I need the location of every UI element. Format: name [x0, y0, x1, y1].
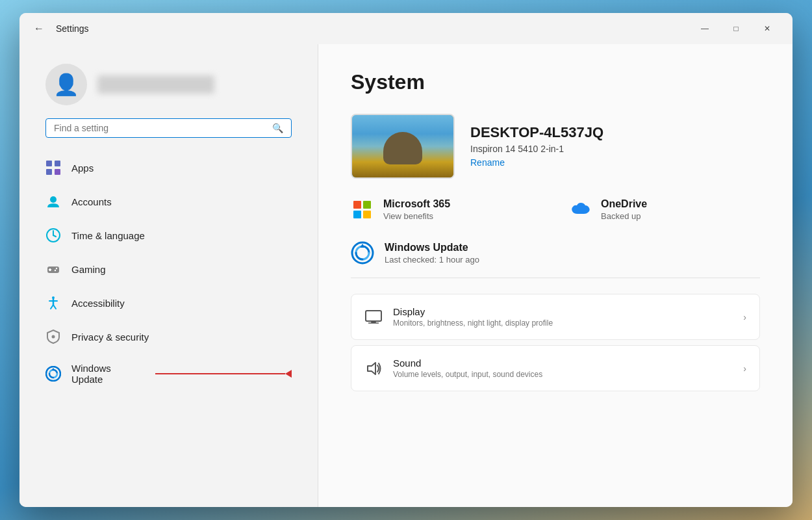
sound-chevron: ›: [743, 363, 746, 374]
svg-point-18: [52, 335, 55, 339]
sound-title: Sound: [393, 358, 733, 369]
sidebar-item-gaming[interactable]: Gaming: [19, 252, 318, 286]
setting-sound[interactable]: Sound Volume levels, output, input, soun…: [351, 345, 760, 391]
device-card: DESKTOP-4L537JQ Inspiron 14 5410 2-in-1 …: [351, 114, 760, 179]
windows-update-icon: [45, 366, 61, 382]
search-box[interactable]: 🔍: [45, 118, 292, 138]
display-chevron: ›: [743, 312, 746, 322]
onedrive-subtitle: Backed up: [601, 211, 647, 221]
minimize-button[interactable]: —: [690, 18, 720, 39]
nav-items: Apps Accounts: [19, 151, 318, 507]
microsoft365-text: Microsoft 365 View benefits: [383, 198, 450, 221]
accessibility-icon: [45, 295, 61, 311]
svg-marker-20: [51, 368, 55, 370]
windows-update-row: Windows Update Last checked: 1 hour ago: [351, 241, 760, 278]
device-image: [351, 114, 455, 179]
ms365-blue-sq: [353, 211, 361, 218]
gaming-icon: [45, 261, 61, 277]
rename-link[interactable]: Rename: [470, 157, 505, 168]
onedrive-title: OneDrive: [601, 198, 647, 210]
svg-point-11: [56, 268, 57, 269]
onedrive-icon: [568, 198, 592, 222]
svg-marker-26: [368, 363, 375, 374]
avatar: 👤: [45, 64, 87, 105]
device-info: DESKTOP-4L537JQ Inspiron 14 5410 2-in-1 …: [470, 124, 603, 168]
time-language-label: Time & language: [71, 230, 145, 241]
display-text: Display Monitors, brightness, night ligh…: [393, 306, 733, 328]
microsoft365-icon: [351, 198, 374, 222]
service-onedrive: OneDrive Backed up: [568, 198, 760, 222]
display-icon: [364, 308, 383, 326]
settings-window: ← Settings — □ ✕ 👤 🔍: [19, 13, 793, 507]
search-icon: 🔍: [272, 123, 283, 133]
user-icon: 👤: [53, 72, 79, 97]
svg-line-17: [53, 305, 56, 309]
svg-point-4: [50, 196, 57, 203]
sidebar: 👤 🔍: [19, 44, 318, 507]
windows-update-text: Windows Update Last checked: 1 hour ago: [385, 242, 479, 265]
onedrive-text: OneDrive Backed up: [601, 198, 647, 221]
sidebar-item-time-language[interactable]: Time & language: [19, 218, 318, 252]
right-panel: System DESKTOP-4L537JQ Inspiron 14 5410 …: [318, 44, 793, 507]
windows-update-label: Windows Update: [71, 363, 140, 385]
display-subtitle: Monitors, brightness, night light, displ…: [393, 318, 733, 328]
services-row: Microsoft 365 View benefits OneDrive Bac…: [351, 198, 760, 222]
page-title: System: [351, 70, 760, 94]
back-button[interactable]: ←: [30, 20, 48, 38]
microsoft365-title: Microsoft 365: [383, 198, 450, 210]
window-controls: — □ ✕: [690, 18, 782, 39]
apps-label: Apps: [71, 162, 94, 174]
accessibility-label: Accessibility: [71, 298, 125, 309]
display-title: Display: [393, 306, 733, 317]
sound-icon: [364, 359, 383, 378]
close-button[interactable]: ✕: [752, 18, 782, 39]
windows-update-title: Windows Update: [385, 242, 479, 254]
sidebar-item-windows-update[interactable]: Windows Update: [19, 354, 318, 394]
maximize-button[interactable]: □: [721, 18, 751, 39]
svg-line-7: [53, 235, 56, 237]
svg-point-12: [55, 270, 56, 271]
sidebar-item-privacy-security[interactable]: Privacy & security: [19, 320, 318, 354]
svg-rect-10: [49, 269, 51, 270]
title-bar: ← Settings — □ ✕: [19, 13, 793, 44]
svg-rect-1: [55, 161, 60, 166]
gaming-label: Gaming: [71, 264, 106, 275]
device-model: Inspiron 14 5410 2-in-1: [470, 144, 603, 154]
ms365-green-sq: [363, 201, 371, 209]
apps-icon: [45, 160, 61, 176]
title-bar-left: ← Settings: [30, 20, 89, 38]
red-arrow-indicator: [155, 370, 292, 378]
accounts-label: Accounts: [71, 196, 112, 207]
svg-rect-3: [55, 169, 60, 175]
microsoft365-subtitle: View benefits: [383, 211, 450, 221]
window-title: Settings: [56, 23, 89, 34]
sidebar-item-apps[interactable]: Apps: [19, 151, 318, 185]
ms365-yellow-sq: [363, 211, 371, 218]
accounts-icon: [45, 194, 61, 209]
setting-display[interactable]: Display Monitors, brightness, night ligh…: [351, 294, 760, 340]
sidebar-item-accounts[interactable]: Accounts: [19, 185, 318, 218]
time-icon: [45, 228, 61, 243]
sidebar-item-accessibility[interactable]: Accessibility: [19, 286, 318, 320]
svg-rect-23: [366, 311, 381, 321]
windows-update-subtitle: Last checked: 1 hour ago: [385, 255, 479, 265]
device-name: DESKTOP-4L537JQ: [470, 124, 603, 141]
privacy-security-label: Privacy & security: [71, 332, 149, 343]
sound-text: Sound Volume levels, output, input, soun…: [393, 358, 733, 379]
svg-rect-2: [46, 169, 52, 175]
sound-subtitle: Volume levels, output, input, sound devi…: [393, 370, 733, 379]
user-section: 👤: [19, 57, 318, 118]
user-name: [97, 75, 214, 94]
search-input[interactable]: [54, 123, 267, 133]
ms365-red-sq: [353, 201, 361, 209]
svg-rect-0: [46, 161, 52, 166]
service-microsoft365: Microsoft 365 View benefits: [351, 198, 542, 222]
main-content: 👤 🔍: [19, 44, 793, 507]
privacy-icon: [45, 329, 61, 344]
update-icon: [351, 241, 374, 265]
